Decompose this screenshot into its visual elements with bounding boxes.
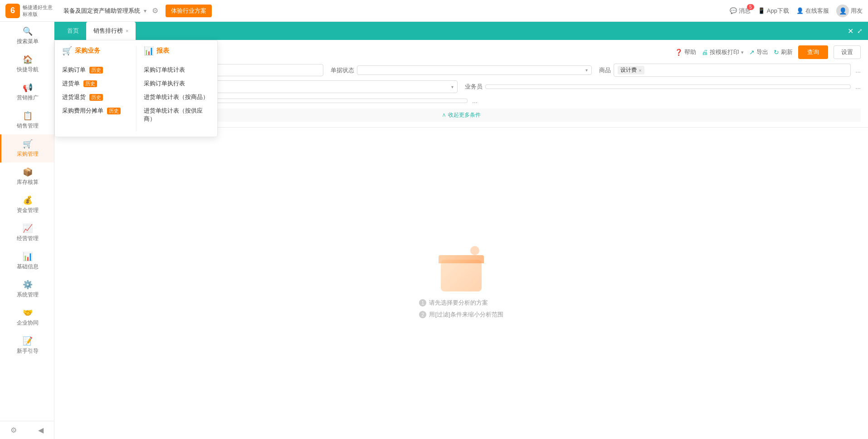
sidebar-label-finance: 资金管理	[17, 207, 39, 214]
logo-area: 6 畅捷通好生意 标准版	[5, 4, 60, 18]
system-icon: ⚙️	[23, 280, 33, 290]
customer-dots[interactable]: ...	[472, 97, 478, 104]
dropdown-item-order-stat[interactable]: 采购订单统计表	[144, 63, 210, 77]
cooperation-icon: 🤝	[23, 308, 33, 318]
dropdown-item-purchase-order[interactable]: 采购订单 历史	[62, 63, 129, 77]
print-dropdown-arrow[interactable]: ▾	[741, 49, 744, 55]
inbound-stat-goods-label: 进货单统计表（按商品）	[144, 93, 209, 101]
collapse-label: 收起更多条件	[448, 112, 481, 118]
refresh-icon: ↻	[774, 49, 779, 56]
cost-history: 历史	[107, 108, 121, 114]
sidebar-item-search[interactable]: 🔍 搜索菜单	[0, 22, 54, 50]
dropdown-item-cost[interactable]: 采购费用分摊单 历史	[62, 104, 129, 118]
query-btn[interactable]: 查询	[798, 45, 828, 59]
refresh-btn[interactable]: ↻ 刷新	[774, 48, 793, 56]
dropdown-report-col: 📊 报表 采购订单统计表 采购订单执行表 进货单统计表（按商品） 进货单统计表（…	[136, 46, 217, 131]
purchase-col-label: 采购业务	[75, 47, 100, 55]
online-service-btn[interactable]: 👤 在线客服	[796, 7, 829, 15]
export-icon: ↗	[749, 49, 755, 56]
top-bar-right: 💬 消息 5 📱 App下载 👤 在线客服 👤 用友	[730, 5, 863, 17]
salesman-dots[interactable]: ...	[855, 83, 861, 90]
sidebar-settings-btn[interactable]: ⚙	[10, 426, 17, 434]
sidebar-item-basic[interactable]: 📊 基础信息	[0, 247, 54, 275]
industry-btn[interactable]: 体验行业方案	[166, 5, 212, 17]
settings-icon[interactable]: ⚙	[152, 6, 158, 15]
top-bar: 6 畅捷通好生意 标准版 装备及固定资产辅助管理系统 ▾ ⚙ 体验行业方案 💬 …	[0, 0, 868, 22]
purchase-icon: 🛒	[23, 139, 33, 149]
set-btn[interactable]: 设置	[834, 45, 861, 59]
goods-tag-close[interactable]: ×	[639, 68, 641, 73]
sidebar-label-basic: 基础信息	[17, 263, 39, 271]
search-icon: 🔍	[23, 26, 33, 36]
cost-label: 采购费用分摊单	[62, 107, 103, 115]
dropdown-item-inbound-stat-supplier[interactable]: 进货单统计表（按供应商）	[144, 104, 210, 126]
sidebar-item-inventory[interactable]: 📦 库存核算	[0, 163, 54, 191]
logo-icon: 6	[5, 4, 20, 18]
print-btn[interactable]: 🖨 按模板打印 ▾	[702, 48, 744, 56]
sidebar-label-purchase: 采购管理	[17, 150, 39, 158]
sidebar-item-finance[interactable]: 💰 资金管理	[0, 191, 54, 219]
sidebar-collapse-btn[interactable]: ◀	[38, 426, 44, 434]
sidebar-item-cooperation[interactable]: 🤝 企业协同	[0, 303, 54, 331]
filter-salesman: 业务员 ...	[465, 83, 861, 91]
sidebar-item-nav[interactable]: 🏠 快捷导航	[0, 50, 54, 78]
tab-close-btn[interactable]: ×	[126, 28, 128, 34]
export-label: 导出	[756, 48, 768, 56]
status-input[interactable]: ▾	[357, 65, 592, 75]
print-label: 按模板打印	[710, 48, 739, 56]
sidebar-item-system[interactable]: ⚙️ 系统管理	[0, 275, 54, 303]
sidebar-item-sales[interactable]: 📋 销售管理	[0, 106, 54, 134]
help-icon: ❓	[675, 49, 683, 56]
sidebar-item-marketing[interactable]: 📢 营销推广	[0, 78, 54, 106]
sidebar-label-system: 系统管理	[17, 291, 39, 299]
dropdown-item-inbound[interactable]: 进货单 历史	[62, 77, 129, 90]
message-icon: 💬	[730, 7, 737, 14]
basic-icon: 📊	[23, 252, 33, 261]
sidebar-item-purchase[interactable]: 🛒 采购管理	[0, 134, 54, 163]
dropdown-item-return[interactable]: 进货退货 历史	[62, 90, 129, 104]
step-1-text: 请先选择要分析的方案	[429, 297, 488, 309]
tab-sales-ranking[interactable]: 销售排行榜 ×	[86, 22, 136, 40]
inventory-icon: 📦	[23, 167, 33, 177]
sidebar-label-nav: 快捷导航	[17, 66, 39, 74]
goods-dots[interactable]: ...	[855, 67, 861, 74]
sidebar-label-cooperation: 企业协同	[17, 319, 39, 327]
report-col-label: 报表	[156, 47, 169, 55]
empty-illustration	[434, 246, 488, 291]
message-btn[interactable]: 💬 消息 5	[730, 7, 751, 15]
system-title: 装备及固定资产辅助管理系统	[63, 7, 140, 15]
salesman-input[interactable]	[485, 84, 851, 89]
dropdown-inner: 🛒 采购业务 采购订单 历史 进货单 历史 进货退货 历史 采购费用分摊单 历史	[55, 46, 217, 131]
step-2-num: 2	[419, 311, 426, 318]
dropdown-item-order-exec[interactable]: 采购订单执行表	[144, 77, 210, 90]
tab-bar-right: ✕ ⤢	[848, 27, 863, 35]
dropdown-item-inbound-stat-goods[interactable]: 进货单统计表（按商品）	[144, 90, 210, 104]
goods-tag: 设计费 ×	[618, 66, 644, 74]
tab-bar-expand-btn[interactable]: ⤢	[857, 27, 863, 35]
export-btn[interactable]: ↗ 导出	[749, 48, 768, 56]
guide-icon: 📝	[23, 336, 33, 346]
rank-caret: ▾	[451, 84, 454, 89]
empty-text: 1 请先选择要分析的方案 2 用[过滤]条件来缩小分析范围	[419, 297, 503, 321]
sidebar-item-business[interactable]: 📈 经营管理	[0, 219, 54, 247]
logo-text: 畅捷通好生意 标准版	[23, 4, 53, 17]
return-history: 历史	[89, 94, 103, 101]
system-dropdown-arrow[interactable]: ▾	[144, 8, 146, 14]
sidebar-item-guide[interactable]: 📝 新手引导	[0, 331, 54, 360]
sidebar-label-sales: 销售管理	[17, 122, 39, 130]
avatar: 👤	[836, 5, 849, 17]
goods-input[interactable]: 设计费 ×	[614, 64, 851, 77]
user-area[interactable]: 👤 用友	[836, 5, 863, 17]
purchase-col-icon: 🛒	[62, 46, 72, 56]
tab-home[interactable]: 首页	[60, 22, 86, 40]
refresh-label: 刷新	[781, 48, 793, 56]
tab-sales-ranking-label: 销售排行榜	[93, 27, 123, 35]
status-caret: ▾	[585, 68, 588, 73]
purchase-order-label: 采购订单	[62, 66, 86, 74]
help-btn[interactable]: ❓ 帮助	[675, 48, 696, 56]
app-download-btn[interactable]: 📱 App下载	[758, 7, 789, 15]
sidebar-label-search: 搜索菜单	[17, 38, 39, 45]
help-label: 帮助	[684, 48, 696, 56]
tab-bar-close-btn[interactable]: ✕	[848, 27, 853, 35]
step-2-text: 用[过滤]条件来缩小分析范围	[429, 309, 503, 321]
